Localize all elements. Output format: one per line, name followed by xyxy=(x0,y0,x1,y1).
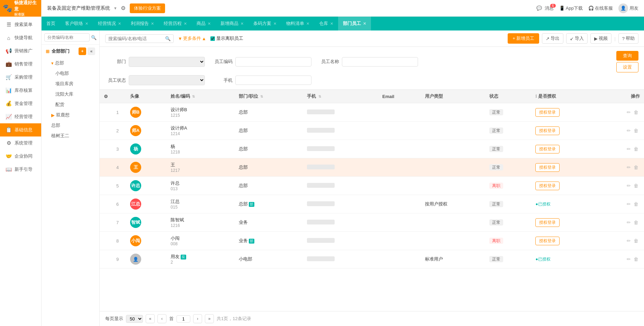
tree-node-small-elec[interactable]: 小电部 xyxy=(42,68,99,79)
user-menu[interactable]: 👤 用友 xyxy=(618,3,638,13)
col-settings[interactable]: ⚙ xyxy=(100,90,112,103)
sidebar-item-search[interactable]: ☰ 搜索菜单 xyxy=(0,18,41,31)
tab-warehouse[interactable]: 仓库 ✕ xyxy=(314,17,338,30)
search-input[interactable] xyxy=(108,36,164,41)
sidebar-item-purchase[interactable]: 🛒 采购管理 xyxy=(0,71,41,84)
tab-new-product[interactable]: 新增商品 ✕ xyxy=(216,17,248,30)
tree-node-hq[interactable]: ▾ 总部 xyxy=(42,58,99,68)
page-input[interactable] xyxy=(176,315,190,323)
next-page-btn[interactable]: › xyxy=(193,314,202,323)
view-btn[interactable]: ▶ 视频 xyxy=(590,33,611,44)
edit-btn[interactable]: ✏ xyxy=(627,165,631,170)
delete-btn[interactable]: 🗑 xyxy=(634,201,638,207)
edit-btn[interactable]: ✏ xyxy=(627,256,631,262)
edit-btn[interactable]: ✏ xyxy=(627,201,631,207)
delete-btn[interactable]: 🗑 xyxy=(634,238,638,244)
tab-product[interactable]: 商品 ✕ xyxy=(192,17,216,30)
emp-name-input[interactable] xyxy=(342,57,418,67)
tree-collapse-btn[interactable]: « xyxy=(88,47,95,55)
tab-management[interactable]: 经营情况 ✕ xyxy=(93,17,126,30)
help-btn[interactable]: ? 帮助 xyxy=(618,33,638,44)
col-name[interactable]: 姓名/编码 ⇅ xyxy=(166,90,235,103)
sidebar-item-enterprise[interactable]: 🤝 企业协同 xyxy=(0,150,41,163)
sidebar-item-finance[interactable]: 💰 资金管理 xyxy=(0,97,41,110)
query-btn[interactable]: 查询 xyxy=(616,51,638,61)
gear-icon[interactable]: ⚙ xyxy=(121,5,126,11)
dept-select[interactable] xyxy=(129,57,205,67)
first-page-btn[interactable]: « xyxy=(146,314,155,323)
tree-search-input[interactable] xyxy=(44,33,90,42)
tab-new-product-close[interactable]: ✕ xyxy=(241,21,244,26)
tab-process-close[interactable]: ✕ xyxy=(184,21,187,26)
edit-btn[interactable]: ✏ xyxy=(627,146,631,152)
sidebar-item-quick-nav[interactable]: ⌂ 快捷导航 xyxy=(0,31,41,44)
add-employee-btn[interactable]: + 新增员工 xyxy=(508,33,539,44)
tree-node-project[interactable]: 项目库房 xyxy=(42,79,99,89)
tab-customer-close[interactable]: ✕ xyxy=(85,21,88,26)
edit-btn[interactable]: ✏ xyxy=(627,220,631,225)
auth-btn[interactable]: 授权登录 xyxy=(535,218,560,227)
tab-management-close[interactable]: ✕ xyxy=(118,21,121,26)
auth-btn[interactable]: 授权登录 xyxy=(535,163,560,172)
col-dept[interactable]: 部门/职位 ⇅ xyxy=(235,90,303,103)
tab-profit[interactable]: 利润报告 ✕ xyxy=(126,17,159,30)
sidebar-item-sales[interactable]: 💼 销售管理 xyxy=(0,58,41,71)
sidebar-item-system[interactable]: ⚙ 系统管理 xyxy=(0,136,41,150)
tab-barcode[interactable]: 条码方案 ✕ xyxy=(248,17,281,30)
delete-btn[interactable]: 🗑 xyxy=(634,146,638,152)
online-service-btn[interactable]: 🎧 在线客服 xyxy=(588,5,613,11)
tab-customer[interactable]: 客户联络 ✕ xyxy=(60,17,93,30)
tree-node-shenyang[interactable]: 沈阳大库 xyxy=(42,89,99,99)
sidebar-item-marketing[interactable]: 📢 营销推广 xyxy=(0,44,41,58)
auth-btn[interactable]: 授权登录 xyxy=(535,108,560,117)
auth-btn[interactable]: 授权登录 xyxy=(535,145,560,153)
app-download-btn[interactable]: 📱 App下载 xyxy=(559,5,583,11)
delete-btn[interactable]: 🗑 xyxy=(634,128,638,133)
sidebar-item-basic-info[interactable]: 📋 基础信息 xyxy=(0,123,41,136)
sidebar-item-guide[interactable]: 📖 新手引导 xyxy=(0,163,41,176)
trial-btn[interactable]: 体验行业方案 xyxy=(130,3,165,13)
show-resigned-checkbox[interactable]: 显示离职员工 xyxy=(210,35,243,42)
delete-btn[interactable]: 🗑 xyxy=(634,220,638,225)
tab-material[interactable]: 物料清单 ✕ xyxy=(281,17,314,30)
sidebar-item-operation[interactable]: 📈 经营管理 xyxy=(0,110,41,123)
import-btn[interactable]: ↙ 导入 xyxy=(566,33,588,44)
delete-btn[interactable]: 🗑 xyxy=(634,165,638,170)
tree-node-distribution[interactable]: 配货 xyxy=(42,99,99,110)
tab-profit-close[interactable]: ✕ xyxy=(151,21,154,26)
tree-node-plant-king[interactable]: 植树王二 xyxy=(42,131,99,141)
emp-code-input[interactable] xyxy=(235,57,311,67)
tab-staff-close[interactable]: ✕ xyxy=(363,21,366,26)
last-page-btn[interactable]: » xyxy=(205,314,214,323)
tree-node-hq2[interactable]: 总部 xyxy=(42,120,99,131)
auth-btn[interactable]: 授权登录 xyxy=(535,126,560,135)
tree-add-btn[interactable]: + xyxy=(79,47,86,55)
edit-btn[interactable]: ✏ xyxy=(627,183,631,188)
prev-page-btn[interactable]: ‹ xyxy=(157,314,166,323)
delete-btn[interactable]: 🗑 xyxy=(634,256,638,262)
more-conditions-btn[interactable]: ▼ 更多条件 ▲ xyxy=(178,35,206,42)
per-page-select[interactable]: 50 xyxy=(126,315,143,323)
auth-btn[interactable]: 授权登录 xyxy=(535,182,560,190)
message-btn[interactable]: 💬 6 消息 xyxy=(536,5,554,11)
sidebar-item-inventory[interactable]: 📊 库存核算 xyxy=(0,84,41,97)
tab-process[interactable]: 经营历程 ✕ xyxy=(159,17,192,30)
tab-home[interactable]: 首页 xyxy=(42,17,60,30)
tab-warehouse-close[interactable]: ✕ xyxy=(330,21,333,26)
tab-material-close[interactable]: ✕ xyxy=(306,21,309,26)
tab-staff[interactable]: 部门员工 ✕ xyxy=(338,17,371,30)
delete-btn[interactable]: 🗑 xyxy=(634,183,638,188)
tab-product-close[interactable]: ✕ xyxy=(208,21,211,26)
emp-status-select[interactable] xyxy=(129,75,205,85)
col-phone[interactable]: 手机 ⇅ xyxy=(303,90,378,103)
edit-btn[interactable]: ✏ xyxy=(627,109,631,115)
tree-node-double-dream[interactable]: ▶ 双鹿想 xyxy=(42,110,99,120)
tree-root-label[interactable]: 全部部门 xyxy=(52,48,70,54)
delete-btn[interactable]: 🗑 xyxy=(634,109,638,115)
set-btn[interactable]: 设置 xyxy=(616,62,638,72)
export-btn[interactable]: ↗ 导出 xyxy=(542,33,563,44)
edit-btn[interactable]: ✏ xyxy=(627,238,631,244)
auth-btn[interactable]: 授权登录 xyxy=(535,237,560,245)
edit-btn[interactable]: ✏ xyxy=(627,128,631,133)
tab-barcode-close[interactable]: ✕ xyxy=(273,21,276,26)
